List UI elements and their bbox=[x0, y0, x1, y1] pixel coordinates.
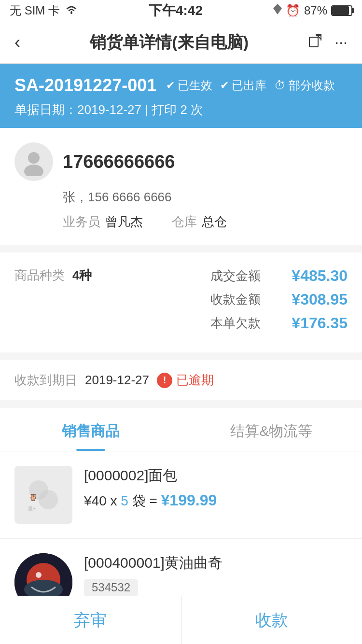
status-effective: ✔ 已生效 bbox=[166, 78, 212, 93]
stats-section: 商品种类 4种 成交金额 ¥485.30 收款金额 ¥308.95 本单欠款 ¥… bbox=[0, 252, 362, 352]
svg-point-3 bbox=[24, 165, 43, 176]
status-left: 无 SIM 卡 bbox=[10, 3, 78, 18]
owed-row: 本单欠款 ¥176.35 bbox=[210, 314, 348, 332]
status-shipped-label: 已出库 bbox=[232, 78, 266, 93]
due-label: 收款到期日 bbox=[14, 372, 77, 389]
carrier-label: 无 SIM 卡 bbox=[10, 3, 60, 18]
more-button[interactable]: ··· bbox=[334, 33, 348, 51]
status-time: 下午4:42 bbox=[149, 1, 203, 20]
bottom-bar: 弃审 收款 bbox=[0, 596, 362, 644]
qty-1: 5 bbox=[121, 493, 128, 508]
customer-section: 17666666666 张，156 6666 6666 业务员 曾凡杰 仓库 总… bbox=[0, 128, 362, 245]
customer-contact: 张，156 6666 6666 bbox=[14, 189, 348, 206]
svg-point-0 bbox=[70, 12, 72, 14]
overdue-icon: ! bbox=[157, 373, 172, 388]
cancel-button[interactable]: 弃审 bbox=[0, 596, 181, 644]
svg-point-11 bbox=[36, 572, 42, 578]
warehouse-label: 仓库 bbox=[172, 213, 197, 230]
nav-bar: ‹ 销货单详情(来自电脑) ··· bbox=[0, 21, 362, 64]
customer-top: 17666666666 bbox=[14, 142, 348, 181]
stats-right: 成交金额 ¥485.30 收款金额 ¥308.95 本单欠款 ¥176.35 bbox=[210, 267, 348, 338]
header-date-line: 单据日期：2019-12-27 | 打印 2 次 bbox=[14, 101, 348, 118]
page-title: 销货单详情(来自电脑) bbox=[30, 31, 308, 54]
status-bar: 无 SIM 卡 下午4:42 ⏰ 87% bbox=[0, 0, 362, 21]
alarm-icon: ⏰ bbox=[286, 4, 300, 17]
warehouse-meta: 仓库 总仓 bbox=[172, 213, 227, 230]
check-icon-1: ✔ bbox=[166, 79, 175, 92]
status-partial: ⏱ 部分收款 bbox=[274, 78, 335, 93]
amount-value: ¥485.30 bbox=[270, 267, 348, 285]
product-kind-value: 4种 bbox=[72, 267, 92, 284]
sales-value: 曾凡杰 bbox=[105, 213, 143, 230]
status-effective-label: 已生效 bbox=[178, 78, 212, 93]
product-kind-label: 商品种类 bbox=[14, 267, 65, 284]
total-1: ¥199.99 bbox=[161, 491, 217, 509]
received-value: ¥308.95 bbox=[270, 291, 348, 308]
owed-label: 本单欠款 bbox=[210, 315, 261, 332]
due-date: 2019-12-27 bbox=[85, 373, 149, 388]
product-sku-2: 534532 bbox=[84, 579, 138, 596]
multiply-1: x bbox=[111, 493, 121, 508]
owed-value: ¥176.35 bbox=[270, 314, 348, 332]
avatar bbox=[14, 142, 53, 181]
tab-settlement[interactable]: 结算&物流等 bbox=[181, 408, 362, 451]
unit-1: 袋 bbox=[132, 493, 146, 508]
stats-left: 商品种类 4种 bbox=[14, 267, 92, 286]
tabs-section: 销售商品 结算&物流等 bbox=[0, 408, 362, 451]
status-right: ⏰ 87% bbox=[273, 4, 352, 17]
nav-actions: ··· bbox=[308, 33, 348, 52]
sales-meta: 业务员 曾凡杰 bbox=[63, 213, 143, 230]
received-label: 收款金额 bbox=[210, 291, 261, 308]
sales-label: 业务员 bbox=[63, 213, 100, 230]
clock-icon: ⏱ bbox=[274, 79, 286, 92]
due-section: 收款到期日 2019-12-27 ! 已逾期 bbox=[0, 360, 362, 400]
svg-point-2 bbox=[28, 152, 40, 164]
check-icon-2: ✔ bbox=[220, 79, 229, 92]
product-item-1: 🦉 里+ [0000002]面包 ¥40 x 5 袋 = ¥199.99 bbox=[0, 451, 362, 539]
amount-label: 成交金额 bbox=[210, 267, 261, 284]
location-icon bbox=[273, 4, 282, 17]
customer-id: 17666666666 bbox=[63, 152, 175, 172]
svg-text:里+: 里+ bbox=[28, 506, 36, 511]
status-shipped: ✔ 已出库 bbox=[220, 78, 266, 93]
equals-1: = bbox=[149, 493, 161, 508]
order-date: 单据日期：2019-12-27 bbox=[14, 102, 141, 117]
back-button[interactable]: ‹ bbox=[14, 32, 30, 53]
header-banner: SA-20191227-001 ✔ 已生效 ✔ 已出库 ⏱ 部分收款 单据日期：… bbox=[0, 64, 362, 128]
customer-meta: 业务员 曾凡杰 仓库 总仓 bbox=[14, 213, 348, 230]
order-id: SA-20191227-001 bbox=[14, 75, 156, 96]
svg-point-5 bbox=[39, 490, 58, 509]
confirm-button[interactable]: 收款 bbox=[181, 596, 362, 644]
status-tags: ✔ 已生效 ✔ 已出库 ⏱ 部分收款 bbox=[166, 78, 335, 93]
divider: | bbox=[145, 102, 152, 117]
status-partial-label: 部分收款 bbox=[289, 78, 335, 93]
share-button[interactable] bbox=[308, 33, 323, 52]
price-1: ¥40 bbox=[84, 493, 107, 508]
battery-icon bbox=[331, 5, 352, 16]
product-name-1: [0000002]面包 bbox=[84, 466, 348, 486]
svg-rect-1 bbox=[309, 37, 318, 47]
received-row: 收款金额 ¥308.95 bbox=[210, 291, 348, 308]
svg-text:🦉: 🦉 bbox=[29, 493, 38, 502]
product-image-1: 🦉 里+ bbox=[14, 466, 72, 524]
product-kind-row: 商品种类 4种 bbox=[14, 267, 92, 284]
wifi-icon bbox=[65, 4, 78, 17]
tab-sales-products[interactable]: 销售商品 bbox=[0, 408, 181, 451]
product-name-2: [000400001]黄油曲奇 bbox=[84, 553, 348, 573]
product-info-1: [0000002]面包 ¥40 x 5 袋 = ¥199.99 bbox=[84, 466, 348, 510]
amount-row: 成交金额 ¥485.30 bbox=[210, 267, 348, 285]
product-price-1: ¥40 x 5 袋 = ¥199.99 bbox=[84, 491, 348, 510]
print-count: 打印 2 次 bbox=[152, 102, 203, 117]
tabs-header: 销售商品 结算&物流等 bbox=[0, 408, 362, 451]
overdue-badge: ! 已逾期 bbox=[157, 372, 214, 389]
warehouse-value: 总仓 bbox=[202, 213, 227, 230]
battery-percent: 87% bbox=[304, 4, 327, 17]
overdue-text: 已逾期 bbox=[176, 372, 214, 389]
